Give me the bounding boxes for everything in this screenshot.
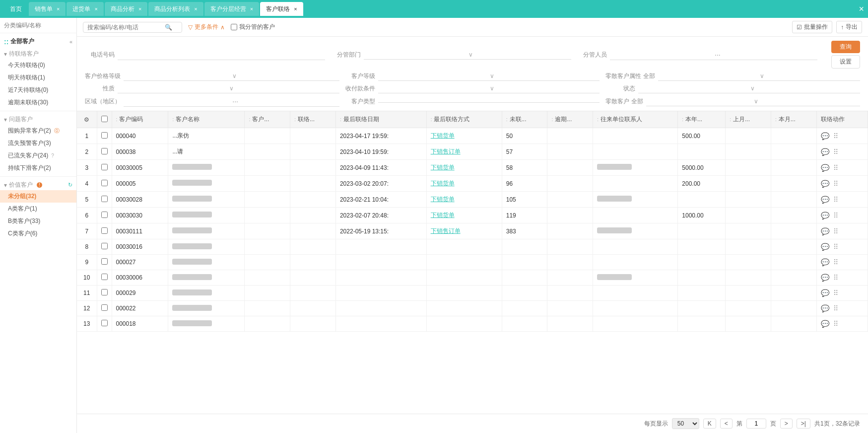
first-page-btn[interactable]: K bbox=[703, 419, 716, 429]
action-grid-icon[interactable]: ⠿ bbox=[833, 289, 838, 297]
th-check[interactable] bbox=[97, 111, 112, 128]
row-check[interactable] bbox=[101, 164, 108, 170]
tab-analysis-list-close[interactable]: × bbox=[194, 6, 197, 12]
action-grid-icon[interactable]: ⠿ bbox=[833, 274, 838, 282]
row-check[interactable] bbox=[101, 227, 108, 234]
tab-purchase-close[interactable]: × bbox=[94, 6, 97, 12]
filter-search-input[interactable] bbox=[87, 24, 162, 31]
tab-customer-seg[interactable]: 客户分层经营 × bbox=[204, 2, 259, 16]
filter-person-select[interactable]: ··· bbox=[610, 50, 817, 60]
export-btn[interactable]: ↑ 导出 bbox=[836, 21, 862, 33]
filter-phone-input[interactable] bbox=[118, 50, 325, 60]
sidebar-item-abnormal[interactable]: 囤购异常客户(2) ⓪ bbox=[0, 125, 76, 137]
row-check[interactable] bbox=[101, 180, 108, 186]
action-chat-icon[interactable]: 💬 bbox=[821, 243, 829, 251]
cell-check[interactable] bbox=[97, 223, 112, 239]
last-method-link[interactable]: 下销售订单 bbox=[431, 227, 461, 234]
row-check[interactable] bbox=[101, 243, 108, 249]
row-check[interactable] bbox=[101, 132, 108, 139]
query-btn[interactable]: 查询 bbox=[831, 41, 860, 53]
refresh-icon[interactable]: ↻ bbox=[68, 182, 72, 188]
th-settings[interactable]: ⚙ bbox=[77, 111, 97, 128]
tab-customer-seg-close[interactable]: × bbox=[250, 6, 253, 12]
row-check[interactable] bbox=[101, 258, 108, 265]
filter-price-level-select[interactable]: ∨ bbox=[124, 72, 339, 81]
sidebar-item-tomorrow[interactable]: 明天待联络(1) bbox=[0, 72, 76, 84]
action-chat-icon[interactable]: 💬 bbox=[821, 227, 829, 235]
sidebar-item-declining[interactable]: 持续下滑客户(2) bbox=[0, 162, 76, 174]
close-all-btn[interactable]: × bbox=[859, 4, 864, 14]
filter-retail-select[interactable]: ∨ bbox=[646, 97, 860, 106]
sidebar-item-today[interactable]: 今天待联络(0) bbox=[0, 59, 76, 72]
action-chat-icon[interactable]: 💬 bbox=[821, 180, 829, 188]
action-chat-icon[interactable]: 💬 bbox=[821, 164, 829, 172]
filter-search-icon[interactable]: 🔍 bbox=[165, 24, 172, 31]
tab-home[interactable]: 首页 bbox=[4, 2, 28, 16]
row-check[interactable] bbox=[101, 196, 108, 202]
sidebar-item-ungroup[interactable]: 未分组(32) bbox=[0, 190, 76, 203]
filter-region-dots[interactable]: ··· bbox=[232, 97, 337, 105]
last-method-link[interactable]: 下销货单 bbox=[431, 212, 455, 218]
cell-check[interactable] bbox=[97, 176, 112, 192]
sidebar-item-b-class[interactable]: B类客户(33) bbox=[0, 215, 76, 227]
row-check[interactable] bbox=[101, 274, 108, 280]
action-grid-icon[interactable]: ⠿ bbox=[833, 148, 838, 156]
action-chat-icon[interactable]: 💬 bbox=[821, 304, 829, 312]
reset-btn[interactable]: 设置 bbox=[831, 55, 860, 69]
sidebar-search-input[interactable] bbox=[4, 22, 77, 29]
action-grid-icon[interactable]: ⠿ bbox=[833, 320, 838, 328]
cell-check[interactable] bbox=[97, 316, 112, 332]
tab-analysis-list[interactable]: 商品分析列表 × bbox=[148, 2, 203, 16]
filter-payment-select[interactable]: ∨ bbox=[378, 84, 600, 93]
tab-sales-close[interactable]: × bbox=[57, 6, 60, 12]
my-customers-checkbox[interactable]: 我分管的客户 bbox=[231, 23, 275, 31]
action-chat-icon[interactable]: 💬 bbox=[821, 258, 829, 266]
tab-customer-contact-close[interactable]: × bbox=[294, 6, 297, 12]
filter-person-dots[interactable]: ··· bbox=[715, 51, 815, 59]
row-check[interactable] bbox=[101, 304, 108, 311]
action-grid-icon[interactable]: ⠿ bbox=[833, 180, 838, 188]
filter-region-select[interactable]: ··· bbox=[124, 96, 339, 107]
action-chat-icon[interactable]: 💬 bbox=[821, 132, 829, 140]
collapse-sidebar-icon[interactable]: « bbox=[69, 39, 72, 45]
settings-icon[interactable]: ⚙ bbox=[84, 116, 89, 123]
filter-retail-attr-select[interactable]: ∨ bbox=[658, 72, 860, 81]
row-check[interactable] bbox=[101, 212, 108, 218]
cell-check[interactable] bbox=[97, 208, 112, 223]
action-chat-icon[interactable]: 💬 bbox=[821, 212, 829, 219]
filter-status-select[interactable]: ∨ bbox=[638, 84, 860, 93]
filter-cust-level-select[interactable]: ∨ bbox=[378, 72, 600, 81]
cell-check[interactable] bbox=[97, 301, 112, 316]
cell-check[interactable] bbox=[97, 239, 112, 255]
action-grid-icon[interactable]: ⠿ bbox=[833, 132, 838, 140]
action-chat-icon[interactable]: 💬 bbox=[821, 320, 829, 328]
sidebar-item-overdue[interactable]: 逾期未联络(30) bbox=[0, 96, 76, 109]
tab-purchase[interactable]: 进货单 × bbox=[67, 2, 103, 16]
action-grid-icon[interactable]: ⠿ bbox=[833, 164, 838, 172]
cell-check[interactable] bbox=[97, 192, 112, 208]
batch-op-btn[interactable]: ☑ 批量操作 bbox=[792, 21, 832, 33]
last-method-link[interactable]: 下销货单 bbox=[431, 180, 455, 187]
tab-customer-contact[interactable]: 客户联络 × bbox=[260, 2, 303, 16]
cell-check[interactable] bbox=[97, 160, 112, 176]
action-chat-icon[interactable]: 💬 bbox=[821, 289, 829, 297]
tab-sales[interactable]: 销售单 × bbox=[29, 2, 66, 16]
action-grid-icon[interactable]: ⠿ bbox=[833, 258, 838, 266]
sidebar-item-churn-warn[interactable]: 流失预警客户(3) bbox=[0, 137, 76, 149]
action-chat-icon[interactable]: 💬 bbox=[821, 274, 829, 282]
last-method-link[interactable]: 下销货单 bbox=[431, 132, 455, 139]
row-check[interactable] bbox=[101, 289, 108, 295]
next-page-btn[interactable]: > bbox=[780, 419, 793, 429]
cell-check[interactable] bbox=[97, 286, 112, 301]
sidebar-item-c-class[interactable]: C类客户(6) bbox=[0, 227, 76, 240]
last-page-btn[interactable]: >| bbox=[797, 419, 810, 429]
prev-page-btn[interactable]: < bbox=[720, 419, 733, 429]
page-input[interactable] bbox=[746, 419, 766, 429]
action-grid-icon[interactable]: ⠿ bbox=[833, 227, 838, 235]
action-grid-icon[interactable]: ⠿ bbox=[833, 212, 838, 219]
per-page-select[interactable]: 50 20 100 bbox=[672, 418, 699, 429]
cell-check[interactable] bbox=[97, 255, 112, 270]
sidebar-item-7days[interactable]: 近7天待联络(0) bbox=[0, 84, 76, 96]
sidebar-item-churned[interactable]: 已流失客户(24) ? bbox=[0, 149, 76, 162]
all-customers-header[interactable]: :: 全部客户 « bbox=[0, 33, 76, 48]
